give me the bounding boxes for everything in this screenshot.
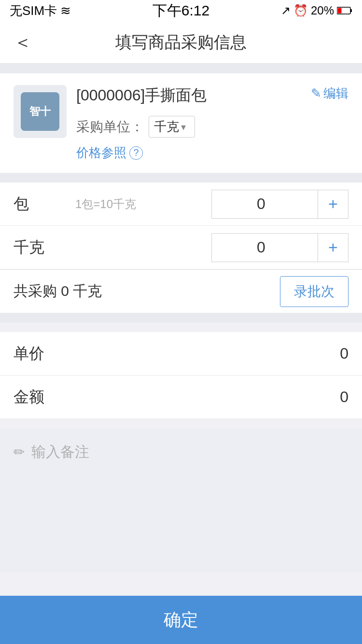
edit-link[interactable]: ✎ 编辑 [311,85,348,102]
svg-rect-2 [338,8,342,14]
battery-icon [337,7,352,14]
page-title: 填写商品采购信息 [115,31,247,54]
amount-label: 金额 [14,387,44,408]
separator-top [0,64,362,73]
kg-quantity-input[interactable] [211,233,318,262]
pencil-icon: ✏ [14,444,25,460]
content-fill [0,476,362,572]
kg-plus-button[interactable]: + [318,233,348,262]
unit-value: 千克 [154,118,179,135]
pack-plus-button[interactable]: + [318,190,348,219]
separator-mid [0,173,362,182]
back-button[interactable]: ＜ [14,30,32,55]
separator-price [0,313,362,322]
batch-button[interactable]: 录批次 [280,276,348,307]
svg-rect-1 [350,9,352,12]
edit-icon: ✎ [311,86,321,101]
price-ref-label: 价格参照 [76,144,126,161]
kg-label: 千克 [14,237,71,258]
note-placeholder: 输入备注 [31,442,89,462]
pack-sublabel: 1包=10千克 [75,196,136,212]
status-right: ↗ ⏰ 20% [281,4,352,17]
unit-select[interactable]: 千克 ▾ [149,116,195,138]
carrier-wifi: 无SIM卡 ≋ [10,2,71,19]
summary-row: 共采购 0 千克 录批次 [0,269,362,313]
price-ref-link[interactable]: 价格参照 ? [76,144,348,161]
amount-value: 0 [340,388,348,406]
pack-row: 包 1包=10千克 + [0,182,362,226]
edit-label: 编辑 [323,85,348,102]
summary-text: 共采购 0 千克 [14,281,102,301]
nav-bar: ＜ 填写商品采购信息 [0,21,362,64]
product-name: [0000006]手撕面包 [76,85,348,106]
price-section: 单价 0 金额 0 [0,332,362,419]
pack-quantity-input[interactable] [211,190,318,219]
product-logo: 智十 [21,92,59,131]
confirm-button[interactable]: 确定 [0,596,362,644]
product-card: 智十 [0000006]手撕面包 采购单位： 千克 ▾ 价格参照 ? [0,73,362,173]
logo-text: 智十 [29,104,51,119]
dropdown-arrow-icon: ▾ [181,121,186,133]
note-section[interactable]: ✏ 输入备注 [0,429,362,476]
alarm-icon: ⏰ [293,4,308,17]
product-image: 智十 [14,85,67,138]
pack-input-group: + [211,190,348,219]
amount-row: 金额 0 [0,376,362,419]
location-icon: ↗ [281,4,291,17]
kg-row: 千克 + [0,226,362,269]
status-bar: 无SIM卡 ≋ 下午6:12 ↗ ⏰ 20% [0,0,362,21]
unit-price-value: 0 [340,345,348,363]
unit-label: 采购单位： [76,118,144,136]
kg-input-group: + [211,233,348,262]
battery-percent: 20% [311,4,334,17]
product-unit-row: 采购单位： 千克 ▾ [76,116,348,138]
product-info: [0000006]手撕面包 采购单位： 千克 ▾ 价格参照 ? [76,85,348,161]
pack-label: 包 [14,194,71,215]
unit-price-row: 单价 0 [0,332,362,376]
unit-price-label: 单价 [14,343,44,364]
time-display: 下午6:12 [153,1,209,21]
help-icon[interactable]: ? [129,146,143,160]
input-section: 包 1包=10千克 + 千克 + 共采购 0 千克 录批次 [0,182,362,313]
